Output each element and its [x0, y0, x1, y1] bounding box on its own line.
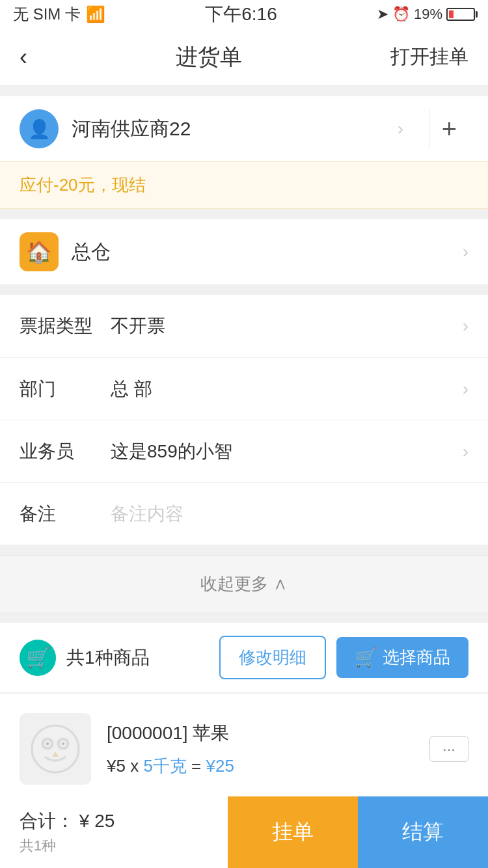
checkout-button[interactable]: 结算: [358, 796, 488, 868]
product-price: ¥5 x 5千克 = ¥25: [107, 755, 429, 778]
status-bar: 无 SIM 卡 📶 下午6:16 ➤ ⏰ 19%: [0, 0, 488, 29]
remark-placeholder[interactable]: 备注内容: [98, 502, 468, 526]
product-item: [0000001] 苹果 ¥5 x 5千克 = ¥25 ···: [0, 694, 488, 804]
location-icon: ➤: [377, 6, 388, 23]
svg-point-6: [62, 742, 65, 746]
svg-point-5: [46, 742, 49, 746]
supplier-name: 河南供应商22: [72, 116, 398, 142]
total-label: 合计：: [20, 811, 74, 831]
remark-label: 备注: [20, 502, 98, 526]
product-info: [0000001] 苹果 ¥5 x 5千克 = ¥25: [107, 721, 429, 778]
warehouse-row[interactable]: 🏠 总仓 ›: [0, 219, 488, 284]
department-label: 部门: [20, 377, 98, 401]
hang-button[interactable]: 挂单: [228, 796, 358, 868]
select-product-button[interactable]: 🛒 选择商品: [336, 637, 468, 678]
supplier-row[interactable]: 👤 河南供应商22 › +: [0, 96, 488, 161]
status-time: 下午6:16: [205, 2, 277, 27]
product-title: 苹果: [193, 723, 229, 743]
supplier-section: 👤 河南供应商22 › + 应付-20元，现结: [0, 96, 488, 209]
carrier-text: 无 SIM 卡: [13, 4, 81, 25]
more-dots-icon: ···: [442, 740, 455, 758]
supplier-avatar: 👤: [20, 109, 59, 148]
salesman-chevron-icon: ›: [463, 441, 468, 462]
department-value: 总 部: [98, 377, 463, 401]
warehouse-icon: 🏠: [20, 232, 59, 271]
owl-logo-icon: [29, 723, 81, 775]
status-right: ➤ ⏰ 19%: [377, 6, 475, 23]
price-x: x: [130, 756, 143, 776]
department-row[interactable]: 部门 总 部 ›: [0, 357, 488, 420]
select-product-label: 选择商品: [383, 646, 450, 669]
product-more-button[interactable]: ···: [429, 736, 468, 762]
page-title: 进货单: [176, 42, 242, 72]
product-code: [0000001]: [107, 723, 188, 743]
nav-bar: ‹ 进货单 打开挂单: [0, 29, 488, 86]
invoice-type-label: 票据类型: [20, 314, 98, 338]
open-hang-button[interactable]: 打开挂单: [390, 44, 468, 70]
unit-price: ¥5: [107, 756, 126, 776]
product-total: ¥25: [206, 756, 234, 776]
product-toolbar: 🛒 共1种商品 修改明细 🛒 选择商品: [0, 623, 488, 692]
salesman-value: 这是859的小智: [98, 439, 463, 464]
wifi-icon: 📶: [86, 5, 105, 23]
product-qty: 5千克: [143, 756, 186, 776]
back-button[interactable]: ‹: [20, 44, 27, 71]
add-supplier-button[interactable]: +: [429, 109, 468, 148]
invoice-type-row[interactable]: 票据类型 不开票 ›: [0, 295, 488, 357]
invoice-type-chevron-icon: ›: [463, 316, 468, 336]
notice-banner: 应付-20元，现结: [0, 161, 488, 209]
cart-emoji: 🛒: [26, 646, 50, 669]
battery-text: 19%: [414, 6, 442, 23]
warehouse-section: 🏠 总仓 ›: [0, 219, 488, 284]
avatar-icon: 👤: [28, 118, 51, 140]
product-count-text: 共1种商品: [66, 645, 219, 670]
select-cart-icon: 🛒: [355, 647, 377, 668]
status-left: 无 SIM 卡 📶: [13, 4, 105, 25]
alarm-icon: ⏰: [392, 6, 410, 23]
form-section: 票据类型 不开票 › 部门 总 部 › 业务员 这是859的小智 › 备注 备注…: [0, 295, 488, 545]
product-thumbnail: [20, 713, 91, 785]
svg-point-0: [32, 726, 79, 772]
edit-detail-button[interactable]: 修改明细: [219, 636, 326, 679]
total-row: 合计： ¥ 25: [20, 809, 208, 834]
svg-marker-7: [52, 752, 59, 757]
salesman-label: 业务员: [20, 439, 98, 464]
total-amount: ¥ 25: [79, 811, 115, 831]
total-count: 共1种: [20, 836, 208, 856]
supplier-chevron-icon: ›: [398, 118, 403, 139]
bottom-bar: 合计： ¥ 25 共1种 挂单 结算: [0, 796, 488, 868]
collapse-button[interactable]: 收起更多 ∧: [0, 555, 488, 612]
department-chevron-icon: ›: [463, 379, 468, 400]
remark-row[interactable]: 备注 备注内容: [0, 482, 488, 545]
salesman-row[interactable]: 业务员 这是859的小智 ›: [0, 420, 488, 482]
price-eq: =: [191, 756, 206, 776]
battery-icon: [446, 8, 475, 21]
invoice-type-value: 不开票: [98, 314, 463, 338]
product-cart-icon: 🛒: [20, 640, 56, 676]
product-name: [0000001] 苹果: [107, 721, 429, 746]
total-section: 合计： ¥ 25 共1种: [0, 809, 228, 856]
warehouse-chevron-icon: ›: [463, 241, 468, 262]
warehouse-name: 总仓: [72, 239, 463, 265]
